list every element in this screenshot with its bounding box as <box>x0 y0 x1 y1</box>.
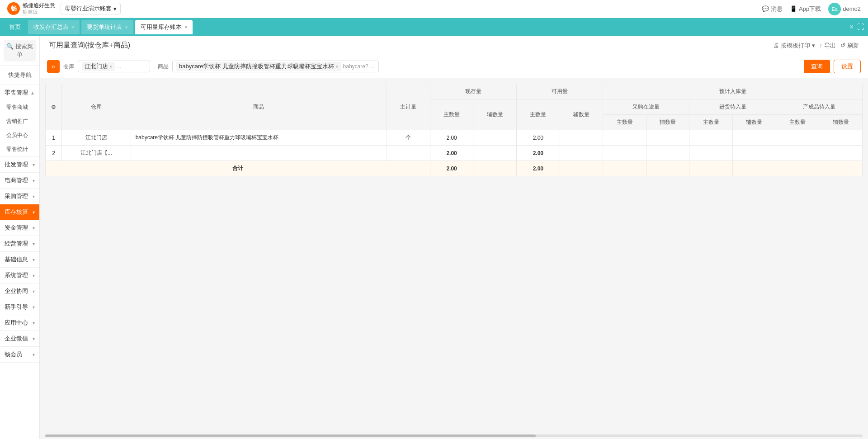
message-icon: 💬 <box>762 5 769 12</box>
tab-receipt-summary[interactable]: 收发存汇总表 × <box>28 20 80 34</box>
filter-actions: 查询 设置 <box>804 60 861 73</box>
tab-order-summary-label: 要货单统计表 <box>87 23 122 31</box>
template-chevron-icon: ▾ <box>812 42 815 49</box>
svg-text:畅: 畅 <box>11 5 17 12</box>
section-member-header[interactable]: 畅会员 ▾ <box>0 347 39 362</box>
summary-products-aux <box>819 161 863 176</box>
th-gear[interactable]: ⚙ <box>46 84 62 130</box>
warehouse-tag-close[interactable]: × <box>109 64 112 69</box>
cell-current-main-1: 2.00 <box>430 130 473 146</box>
cell-available-main-1: 2.00 <box>517 130 560 146</box>
section-ecommerce-header[interactable]: 电商管理 ▾ <box>0 173 39 188</box>
tab-receipt-summary-label: 收发存汇总表 <box>33 23 69 31</box>
tab-fullscreen[interactable]: ⛶ <box>857 23 864 31</box>
tab-available-stock-close[interactable]: × <box>184 24 187 30</box>
username: demo2 <box>843 5 861 12</box>
section-wholesale: 批发管理 ▾ <box>0 157 39 173</box>
sidebar-item-member-center[interactable]: 会员中心 <box>0 128 39 142</box>
section-wechat-arrow: ▾ <box>33 336 35 341</box>
th-current-main-qty: 主数量 <box>430 99 473 130</box>
template-print-label: 按模板打印 <box>781 42 810 50</box>
search-menu-btn[interactable]: 🔍 搜索菜单 <box>4 40 36 61</box>
cell-inbound-main-1 <box>689 130 733 146</box>
th-products-aux: 辅数量 <box>819 115 863 130</box>
search-menu-label: 搜索菜单 <box>15 43 33 58</box>
cell-products-main-2 <box>776 146 819 161</box>
page-title: 可用量查询(按仓库+商品) <box>49 41 130 50</box>
th-inbound-pending: 进货待入量 <box>689 99 776 115</box>
app-download-label: App下载 <box>799 5 821 13</box>
warehouse-tag-jiangbei: 江北门店 × <box>82 62 115 71</box>
warehouse-more[interactable]: ... <box>117 63 121 70</box>
section-operations: 经营管理 ▾ <box>0 236 39 252</box>
sidebar-item-quicknav[interactable]: 快捷导航 <box>0 67 39 83</box>
tab-receipt-summary-close[interactable]: × <box>71 24 74 30</box>
section-retail-arrow: ▲ <box>30 90 35 95</box>
cell-inbound-aux-1 <box>733 130 776 146</box>
sidebar-item-marketing[interactable]: 营销推广 <box>0 114 39 128</box>
section-wechat-header[interactable]: 企业微信 ▾ <box>0 331 39 346</box>
settings-btn[interactable]: 设置 <box>834 60 861 73</box>
tab-home[interactable]: 首页 <box>4 20 26 34</box>
cell-available-aux-2 <box>560 146 603 161</box>
export-btn[interactable]: ↑ 导出 <box>820 42 836 50</box>
section-retail-header[interactable]: 零售管理 ▲ <box>0 85 39 100</box>
cell-product-2 <box>131 146 387 161</box>
sidebar-item-retail-shop[interactable]: 零售商城 <box>0 100 39 114</box>
section-inventory-label: 库存核算 <box>5 208 28 216</box>
tenant-selector[interactable]: 母婴行业演示账套 ▾ <box>61 3 121 14</box>
section-operations-header[interactable]: 经营管理 ▾ <box>0 236 39 251</box>
th-planned-inbound: 预计入库量 <box>603 84 863 99</box>
scrollbar-thumb <box>45 434 536 437</box>
user-area[interactable]: Ea demo2 <box>828 3 861 15</box>
section-wholesale-header[interactable]: 批发管理 ▾ <box>0 157 39 172</box>
section-enterprise: 企业协同 ▾ <box>0 283 39 299</box>
tab-close-all[interactable]: × <box>849 23 854 31</box>
cell-inbound-aux-2 <box>733 146 776 161</box>
filter-expand-btn[interactable]: » <box>47 60 60 73</box>
template-print-btn[interactable]: 🖨 按模板打印 ▾ <box>773 42 815 50</box>
page-actions: 🖨 按模板打印 ▾ ↑ 导出 ↺ 刷新 <box>773 42 859 50</box>
query-btn[interactable]: 查询 <box>804 60 830 73</box>
product-tag-close[interactable]: × <box>335 64 338 69</box>
section-appcenter-header[interactable]: 应用中心 ▾ <box>0 315 39 330</box>
section-wechat: 企业微信 ▾ <box>0 331 39 347</box>
data-table: ⚙ 仓库 商品 主计量 现存量 可用量 预计入库量 主数量 辅数量 主数量 辅数… <box>45 84 863 176</box>
th-warehouse: 仓库 <box>62 84 131 130</box>
tab-available-stock[interactable]: 可用量库存账本 × <box>135 20 193 34</box>
product-more-dots[interactable]: ... <box>370 63 375 70</box>
section-inventory-header[interactable]: 库存核算 ▾ <box>0 204 39 220</box>
page-header: 可用量查询(按仓库+商品) 🖨 按模板打印 ▾ ↑ 导出 ↺ 刷新 <box>40 36 868 55</box>
refresh-btn[interactable]: ↺ 刷新 <box>840 42 859 50</box>
cell-current-aux-1 <box>473 130 517 146</box>
section-newguide-header[interactable]: 新手引导 ▾ <box>0 299 39 315</box>
quicknav-label: 快捷导航 <box>8 71 32 78</box>
product-more[interactable]: babycare? <box>343 63 368 70</box>
summary-label: 合计 <box>46 161 430 176</box>
product-input[interactable]: babycare学饮杯 儿童防摔防撞吸管杯重力球吸嘴杯宝宝水杯 × babyca… <box>172 61 379 72</box>
section-system-header[interactable]: 系统管理 ▾ <box>0 268 39 283</box>
section-basic-label: 基础信息 <box>5 255 28 264</box>
section-purchase-header[interactable]: 采购管理 ▾ <box>0 189 39 204</box>
section-finance-label: 资金管理 <box>5 224 28 232</box>
section-finance-header[interactable]: 资金管理 ▾ <box>0 220 39 236</box>
th-purchase-aux: 辅数量 <box>646 115 689 130</box>
section-basic-header[interactable]: 基础信息 ▾ <box>0 252 39 267</box>
filter-divider <box>154 62 154 71</box>
tab-available-stock-label: 可用量库存账本 <box>141 23 182 31</box>
app-download-action[interactable]: 📱 App下载 <box>790 5 821 13</box>
product-tag-label: babycare学饮杯 儿童防摔防撞吸管杯重力球吸嘴杯宝宝水杯 <box>179 62 334 71</box>
warehouse-input[interactable]: 江北门店 × ... <box>78 61 150 72</box>
message-action[interactable]: 💬 消息 <box>762 5 783 13</box>
tab-order-summary-close[interactable]: × <box>125 24 127 30</box>
horizontal-scrollbar[interactable] <box>45 434 863 437</box>
th-main-unit: 主计量 <box>387 84 430 130</box>
section-wholesale-arrow: ▾ <box>33 162 35 167</box>
section-enterprise-header[interactable]: 企业协同 ▾ <box>0 283 39 299</box>
tab-order-summary[interactable]: 要货单统计表 × <box>81 20 133 34</box>
sidebar-item-retail-stats[interactable]: 零售统计 <box>0 142 39 156</box>
sidebar-search: 🔍 搜索菜单 <box>0 36 39 66</box>
cell-products-aux-2 <box>819 146 863 161</box>
tenant-name: 母婴行业演示账套 <box>65 5 112 13</box>
section-purchase: 采购管理 ▾ <box>0 189 39 204</box>
